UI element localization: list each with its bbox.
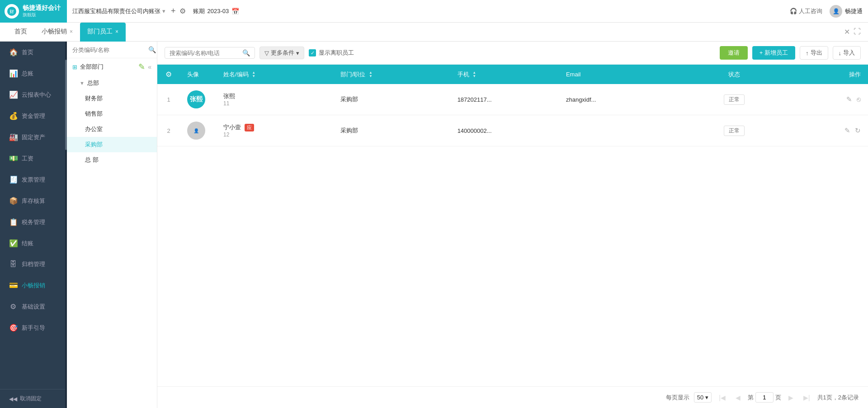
dept-item-office[interactable]: 办公室 xyxy=(67,122,157,137)
col-settings[interactable]: ⚙ xyxy=(157,65,180,84)
name-sort-icon[interactable]: ▲▼ xyxy=(252,71,255,78)
support-button[interactable]: 🎧 人工咨询 xyxy=(790,7,822,15)
tab-maximize-icon[interactable]: ⛶ xyxy=(854,28,861,36)
tab-dept-emp[interactable]: 部门员工 × xyxy=(80,23,126,42)
sidebar-item-cloud-report[interactable]: 📈 云报表中心 xyxy=(0,84,67,105)
cloud-report-icon: 📈 xyxy=(9,90,17,99)
dept-item-hq2[interactable]: 总 部 xyxy=(67,152,157,168)
dept-add-icon[interactable]: ✎ xyxy=(138,62,145,72)
dept-collapse-icon[interactable]: « xyxy=(148,63,151,70)
sidebar-item-guide[interactable]: 🎯 新手引导 xyxy=(0,317,67,338)
filter-icon: ▽ xyxy=(264,50,269,56)
user-area[interactable]: 👤 畅捷通 xyxy=(830,5,863,18)
emp-panel: 🔍 ▽ 更多条件 ▾ ✓ 显示离职员工 邀请 + 新增员工 xyxy=(157,42,868,408)
close-accounts-icon: ✅ xyxy=(9,239,17,248)
logout-button-1[interactable]: ⎋ xyxy=(857,95,861,103)
filter-dropdown-icon: ▾ xyxy=(296,50,299,56)
import-icon: ↓ xyxy=(839,50,842,56)
sidebar-item-close-accounts-label: 结账 xyxy=(22,239,33,248)
avatar-cell-2: 👤 xyxy=(180,115,216,146)
sidebar-item-payroll[interactable]: 💵 工资 xyxy=(0,148,67,169)
last-page-button[interactable]: ▶| xyxy=(801,393,813,402)
next-page-button[interactable]: ▶ xyxy=(786,393,796,402)
archive-icon: 🗄 xyxy=(9,260,17,268)
show-resigned-checkbox[interactable]: ✓ 显示离职员工 xyxy=(309,49,354,57)
sidebar-item-xc-expense[interactable]: 💳 小畅报销 xyxy=(0,275,67,296)
sidebar-item-inventory[interactable]: 📦 库存核算 xyxy=(0,190,67,211)
dept-search-icon[interactable]: 🔍 xyxy=(148,46,156,53)
dept-item-office-label: 办公室 xyxy=(85,125,103,133)
sidebar-item-invoice[interactable]: 🧾 发票管理 xyxy=(0,169,67,190)
dept-expand-arrow-hq: ▼ xyxy=(80,80,85,86)
emp-search-input[interactable] xyxy=(170,50,240,56)
col-avatar: 头像 xyxy=(180,65,216,84)
sidebar-item-home[interactable]: 🏠 首页 xyxy=(0,42,67,63)
edit-button-1[interactable]: ✎ xyxy=(846,95,852,103)
tab-home-label: 首页 xyxy=(14,28,27,36)
tab-expense-close[interactable]: × xyxy=(70,28,73,35)
sidebar-item-tax[interactable]: 📋 税务管理 xyxy=(0,211,67,233)
col-dept[interactable]: 部门/职位 ▲▼ xyxy=(333,65,450,84)
company-dropdown-icon[interactable]: ▾ xyxy=(162,8,165,14)
tab-dept-emp-close[interactable]: × xyxy=(115,28,118,35)
dept-item-hq[interactable]: ▼ 总部 xyxy=(67,75,157,91)
phone-sort-icon[interactable]: ▲▼ xyxy=(472,71,476,78)
col-name[interactable]: 姓名/编码 ▲▼ xyxy=(216,65,333,84)
emp-code-1: 11 xyxy=(223,100,326,107)
first-page-button[interactable]: |◀ xyxy=(716,393,728,402)
sidebar-item-fixed-asset-label: 固定资产 xyxy=(22,133,45,141)
sidebar-item-archive[interactable]: 🗄 归档管理 xyxy=(0,254,67,275)
page-size-select[interactable]: 50 ▾ xyxy=(694,392,712,403)
sidebar-item-settings[interactable]: ⚙ 基础设置 xyxy=(0,296,67,317)
invite-button[interactable]: 邀请 xyxy=(720,46,748,60)
add-tab-button[interactable]: + xyxy=(171,6,176,16)
add-employee-button[interactable]: + 新增员工 xyxy=(752,46,795,60)
tab-expense[interactable]: 小畅报销 × xyxy=(34,23,80,42)
sidebar-item-close-accounts[interactable]: ✅ 结账 xyxy=(0,233,67,254)
all-dept-label[interactable]: ⊞ 全部部门 xyxy=(72,63,104,71)
avatar-text-2: 👤 xyxy=(193,128,199,133)
avatar-icon: 👤 xyxy=(833,8,840,14)
refresh-button-2[interactable]: ↻ xyxy=(855,127,861,135)
employee-layout: 🔍 ⊞ 全部部门 ✎ « ▼ 总部 xyxy=(67,42,868,408)
sidebar-item-fixed-asset[interactable]: 🏭 固定资产 xyxy=(0,127,67,148)
page-number-input[interactable] xyxy=(755,392,774,403)
sidebar-item-settings-label: 基础设置 xyxy=(22,303,45,311)
col-status: 状态 xyxy=(684,65,784,84)
emp-search-icon[interactable]: 🔍 xyxy=(242,49,250,56)
calendar-icon[interactable]: 📅 xyxy=(231,8,239,15)
header-settings-icon[interactable]: ⚙ xyxy=(179,7,186,15)
dept-search-input[interactable] xyxy=(72,47,148,53)
dept-item-purchase[interactable]: 采购部 xyxy=(67,137,157,152)
dept-item-finance[interactable]: 财务部 xyxy=(67,91,157,106)
page-size-dropdown-icon: ▾ xyxy=(705,394,708,401)
page-input: 第 页 xyxy=(748,392,781,403)
unpin-button[interactable]: ◀◀ 取消固定 xyxy=(0,389,67,408)
emp-name-2: 宁小壹 xyxy=(223,123,241,131)
dept-search-row: 🔍 xyxy=(67,42,157,58)
user-name: 畅捷通 xyxy=(845,7,863,15)
tab-minimize-icon[interactable]: ✕ xyxy=(844,28,850,36)
sidebar-item-home-label: 首页 xyxy=(22,48,33,56)
sidebar-item-fund[interactable]: 💰 资金管理 xyxy=(0,105,67,127)
edit-button-2[interactable]: ✎ xyxy=(844,127,850,135)
period-value[interactable]: 2023-03 xyxy=(208,8,229,14)
action-btns-1: ✎ ⎋ xyxy=(792,95,861,103)
page-area: 🔍 ⊞ 全部部门 ✎ « ▼ 总部 xyxy=(67,42,868,408)
employee-table: ⚙ 头像 姓名/编码 ▲▼ 部门/职位 xyxy=(157,65,868,146)
left-nav: 🏠 首页 📊 总账 📈 云报表中心 💰 资金管理 🏭 固定资产 💵 工资 🧾 发… xyxy=(0,42,67,408)
col-phone[interactable]: 手机 ▲▼ xyxy=(450,65,559,84)
tab-home[interactable]: 首页 xyxy=(7,23,34,42)
company-name[interactable]: 江西服宝精品有限责任公司内账张 xyxy=(72,7,160,15)
table-row: 1 张熙 张熙 11 采购部 xyxy=(157,84,868,115)
import-button[interactable]: ↓ 导入 xyxy=(833,46,861,60)
sidebar-item-ledger[interactable]: 📊 总账 xyxy=(0,63,67,84)
dept-tree: ▼ 总部 财务部 销售部 办公室 采购部 xyxy=(67,75,157,408)
prev-page-button[interactable]: ◀ xyxy=(733,393,743,402)
dept-sort-icon[interactable]: ▲▼ xyxy=(369,71,373,78)
export-button[interactable]: ↑ 导出 xyxy=(800,46,828,60)
dept-item-sales[interactable]: 销售部 xyxy=(67,106,157,122)
unpin-label: 取消固定 xyxy=(20,395,42,403)
table-settings-icon[interactable]: ⚙ xyxy=(165,70,172,78)
more-filter-button[interactable]: ▽ 更多条件 ▾ xyxy=(259,47,304,59)
